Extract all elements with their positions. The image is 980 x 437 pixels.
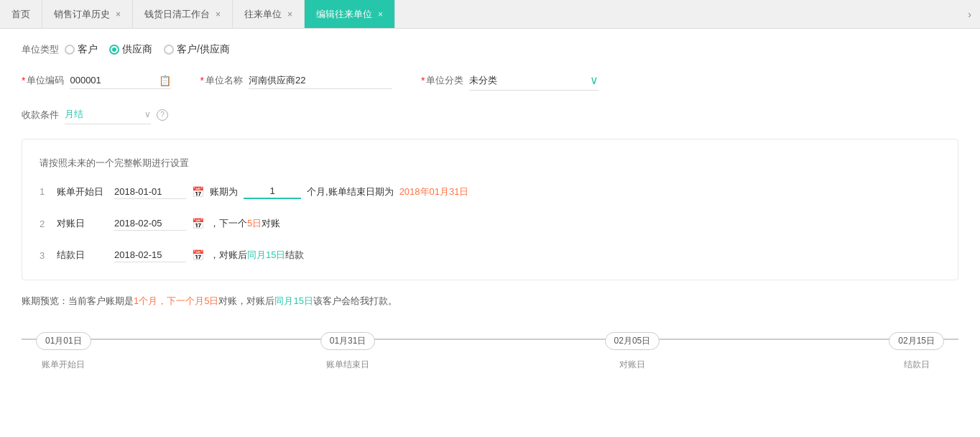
timeline-item-2: 02月05日 对账日 [605,332,660,371]
setting-index-2: 2 [40,218,57,229]
setting-value-2: 📅 ，下一个5日对账 [114,216,280,231]
timeline: 01月01日 账单开始日 01月31日 账单结束日 02月05日 对账日 02月… [22,325,958,378]
period-end-date: 2018年01月31日 [399,185,469,198]
tab-partner-close[interactable]: × [287,9,292,19]
tab-sales-order-history-label: 销售订单历史 [54,8,110,21]
setting-label-3: 结款日 [57,249,114,262]
unit-name-group: * 单位名称 [200,72,392,89]
setting-label-1: 账单开始日 [57,185,114,198]
unit-type-radios: 客户 供应商 客户/供应商 [65,43,230,56]
tab-scroll-arrow[interactable]: › [959,9,980,20]
tab-edit-partner[interactable]: 编辑往来单位 × [305,0,395,28]
unit-category-required: * [421,75,425,86]
payment-terms-row: 收款条件 月结 ∨ ? [22,105,958,124]
payment-terms-group: 收款条件 月结 ∨ ? [22,105,168,124]
start-date-calendar-icon[interactable]: 📅 [192,186,204,198]
period-months-input[interactable] [244,184,301,199]
period-settings-card: 请按照未来的一个完整帐期进行设置 1 账单开始日 📅 账期为 个月,账单结束日期… [22,139,958,280]
timeline-items: 01月01日 账单开始日 01月31日 账单结束日 02月05日 对账日 02月… [36,332,944,371]
radio-customer-supplier-circle [164,45,174,55]
unit-type-group: 单位类型 客户 供应商 客户/供应商 [22,43,230,56]
timeline-item-0: 01月01日 账单开始日 [36,332,91,371]
radio-customer[interactable]: 客户 [65,43,98,56]
timeline-label-2: 对账日 [619,359,645,371]
timeline-date-2: 02月05日 [605,332,660,350]
unit-code-label: 单位编码 [27,74,64,87]
setting-row-1: 1 账单开始日 📅 账期为 个月,账单结束日期为 2018年01月31日 [40,184,940,199]
setting-row-2: 2 对账日 📅 ，下一个5日对账 [40,216,940,231]
preview-part5: 该客户会给我打款。 [313,295,397,306]
section-hint: 请按照未来的一个完整帐期进行设置 [40,157,940,170]
setting-index-1: 1 [40,186,57,197]
timeline-date-3: 02月15日 [889,332,944,350]
unit-category-arrow: ∨ [590,73,598,87]
unit-name-required: * [200,75,203,86]
preview-part2: 下一个月5日 [167,295,218,306]
tab-sales-order-history[interactable]: 销售订单历史 × [42,0,133,28]
payment-terms-arrow: ∨ [144,109,151,119]
setting-value-3: 📅 ，对账后同月15日结款 [114,248,304,262]
unit-category-group: * 单位分类 未分类 ∨ [421,70,598,91]
radio-customer-label: 客户 [78,43,98,56]
reconcile-date-input[interactable] [114,216,186,231]
setting-row-3: 3 结款日 📅 ，对账后同月15日结款 [40,248,940,262]
unit-info-row: * 单位编码 📋 * 单位名称 * 单位分类 未分类 ∨ [22,70,958,91]
setting-label-2: 对账日 [57,217,114,230]
setting-index-3: 3 [40,250,57,261]
radio-customer-supplier-label: 客户/供应商 [177,43,230,56]
payment-terms-value: 月结 [65,108,139,121]
unit-name-label: 单位名称 [205,74,243,87]
tab-home-label: 首页 [11,8,30,21]
payment-terms-help[interactable]: ? [157,109,168,121]
reconcile-date-calendar-icon[interactable]: 📅 [192,218,204,229]
timeline-label-1: 账单结束日 [326,359,369,371]
payment-terms-select[interactable]: 月结 ∨ [65,105,151,124]
tab-partner[interactable]: 往来单位 × [233,0,305,28]
payment-desc: ，对账后同月15日结款 [210,249,304,262]
unit-type-row: 单位类型 客户 供应商 客户/供应商 [22,43,958,56]
preview-part3: 对账，对账后 [218,295,274,306]
unit-category-value: 未分类 [469,74,584,87]
reconcile-desc: ，下一个5日对账 [210,217,280,230]
radio-supplier[interactable]: 供应商 [109,43,152,56]
period-label: 账期为 [210,185,238,198]
tab-partner-label: 往来单位 [244,8,282,21]
unit-code-icon[interactable]: 📋 [159,75,171,86]
timeline-date-1: 01月31日 [320,332,376,350]
unit-code-input[interactable] [70,72,156,88]
preview-prefix: 账期预览：当前客户账期是 [22,295,134,306]
tab-home[interactable]: 首页 [0,0,42,28]
unit-type-label: 单位类型 [22,43,59,56]
unit-category-label: 单位分类 [426,74,463,87]
payment-terms-label: 收款条件 [22,109,59,121]
unit-code-group: * 单位编码 📋 [22,72,171,89]
tab-cash-work-close[interactable]: × [216,9,221,19]
unit-code-input-wrapper: 📋 [70,72,171,89]
payment-date-input[interactable] [114,248,186,262]
preview-part1: 1个月， [134,295,167,306]
period-unit: 个月,账单结束日期为 [307,185,394,198]
tab-cash-work-label: 钱货日清工作台 [144,8,210,21]
timeline-label-3: 结款日 [904,359,930,371]
unit-code-required: * [22,75,25,86]
tab-bar: 首页 销售订单历史 × 钱货日清工作台 × 往来单位 × 编辑往来单位 × › [0,0,980,29]
tab-sales-order-history-close[interactable]: × [116,9,121,19]
timeline-label-0: 账单开始日 [42,359,85,371]
preview-part4: 同月15日 [274,295,313,306]
radio-supplier-label: 供应商 [122,43,152,56]
radio-supplier-circle [109,45,119,55]
setting-value-1: 📅 账期为 个月,账单结束日期为 2018年01月31日 [114,184,468,199]
unit-name-input[interactable] [249,72,392,89]
tab-cash-work[interactable]: 钱货日清工作台 × [133,0,233,28]
timeline-date-0: 01月01日 [36,332,91,350]
payment-date-calendar-icon[interactable]: 📅 [192,249,204,261]
radio-customer-circle [65,45,75,55]
radio-customer-supplier[interactable]: 客户/供应商 [164,43,230,56]
tab-edit-partner-label: 编辑往来单位 [316,8,372,21]
timeline-item-1: 01月31日 账单结束日 [320,332,376,371]
unit-category-select[interactable]: 未分类 ∨ [469,70,598,91]
main-content: 单位类型 客户 供应商 客户/供应商 * 单位编码 [0,29,980,437]
timeline-item-3: 02月15日 结款日 [889,332,944,371]
tab-edit-partner-close[interactable]: × [378,9,383,19]
start-date-input[interactable] [114,185,186,199]
